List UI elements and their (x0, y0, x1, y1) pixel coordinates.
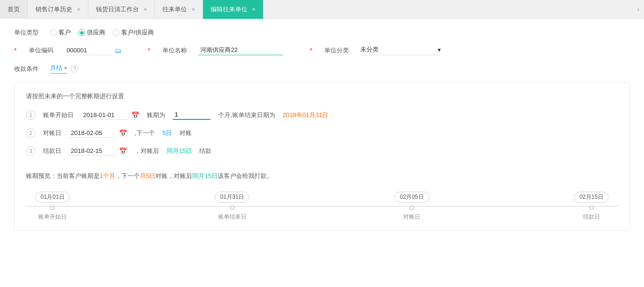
step-1-desc-prefix: 账期为 (147, 111, 165, 119)
tab-close-icon[interactable]: × (144, 6, 147, 13)
unit-code-wrap: 🗂 (65, 46, 121, 55)
tab-close-icon[interactable]: × (192, 6, 195, 13)
unit-code-input[interactable] (65, 46, 112, 55)
radio-customer-label: 客户 (59, 28, 71, 37)
unit-name-label: 单位名称 (162, 46, 187, 55)
settings-title: 请按照未来的一个完整帐期进行设置 (26, 92, 618, 101)
preview-prefix: 账期预览：当前客户账期是 (26, 172, 100, 179)
tl-dot-1 (230, 205, 235, 210)
preview-section: 账期预览：当前客户账期是1个月，下一个月5日对账，对账后同月15日该客户会给我打… (26, 164, 618, 221)
tab-close-icon[interactable]: × (77, 6, 80, 13)
unit-info-row: * 单位编码 🗂 * 单位名称 * 单位分类 未分类 ▾ (14, 45, 630, 55)
timeline-point-3: 02月15日 结款日 (574, 192, 609, 221)
radio-both-label: 客户/供应商 (121, 28, 154, 37)
payment-condition-label: 收款条件 (14, 65, 39, 73)
step-3-calendar-icon[interactable]: 📅 (119, 147, 127, 155)
unit-category-label: 单位分类 (324, 46, 349, 55)
step-num-2: 2 (26, 128, 35, 138)
tab-label: 首页 (8, 5, 20, 14)
tl-badge-3: 02月15日 (574, 192, 609, 203)
step-1-calendar-icon[interactable]: 📅 (131, 111, 139, 119)
tl-label-1: 账单结束日 (218, 213, 246, 221)
step-2-date-input[interactable] (69, 128, 116, 138)
period-input[interactable] (173, 110, 211, 120)
tab-label: 往来单位 (162, 5, 187, 14)
radio-customer[interactable]: 客户 (50, 28, 71, 37)
unit-name-input[interactable] (198, 46, 283, 55)
tab-sales-order-history[interactable]: 销售订单历史× (28, 0, 88, 19)
step-1-date-input[interactable] (81, 110, 128, 120)
step-3-desc-prefix: ，对账后 (135, 147, 159, 155)
step-1-date-wrap: 📅 (81, 110, 139, 120)
payment-condition-wrap: 月结 ▾ ? (50, 64, 78, 74)
tab-scroll-arrow[interactable]: › (633, 6, 644, 13)
unit-code-star: * (14, 47, 17, 54)
payment-condition-select[interactable]: 月结 ▾ (50, 64, 67, 74)
step-label-2: 对账日 (43, 129, 61, 137)
unit-category-value: 未分类 (360, 45, 436, 54)
step-label-1: 账单开始日 (43, 111, 74, 119)
timeline: 01月01日 账单开始日 01月31日 账单结束日 02月05日 对账日 02月… (26, 192, 618, 221)
radio-supplier-label: 供应商 (87, 28, 105, 37)
step-3-highlight: 同月15日 (167, 147, 192, 155)
payment-condition-value: 月结 (50, 64, 62, 72)
tab-cashflow-workbench[interactable]: 钱货日清工作台× (88, 0, 155, 19)
payment-condition-row: 收款条件 月结 ▾ ? (14, 64, 630, 74)
step-label-3: 结款日 (43, 147, 61, 155)
unit-category-arrow-icon: ▾ (438, 46, 441, 53)
tl-label-0: 账单开始日 (38, 213, 67, 221)
preview-middle2: 对账，对账后 (155, 172, 192, 179)
tab-home[interactable]: 首页 (0, 0, 28, 19)
step-num-3: 3 (26, 146, 35, 156)
settings-box: 请按照未来的一个完整帐期进行设置 1 账单开始日 📅 账期为 个月,账单结束日期… (14, 82, 630, 231)
unit-code-calendar-icon[interactable]: 🗂 (115, 47, 121, 54)
tab-label: 销售订单历史 (35, 5, 72, 14)
step-3-date-wrap: 📅 (69, 146, 127, 156)
radio-both[interactable]: 客户/供应商 (113, 28, 154, 37)
tl-badge-1: 01月31日 (215, 192, 249, 203)
preview-highlight2: 月5日 (140, 172, 155, 179)
unit-category-select[interactable]: 未分类 ▾ (360, 45, 441, 55)
radio-circle-both (113, 29, 119, 36)
main-content: 单位类型 客户 供应商 客户/供应商 * 单位编码 🗂 * 单位名称 (0, 19, 644, 287)
unit-name-wrap (198, 46, 283, 55)
radio-circle-supplier (78, 29, 85, 36)
unit-type-radio-group: 客户 供应商 客户/供应商 (50, 28, 154, 37)
timeline-point-0: 01月01日 账单开始日 (35, 192, 70, 221)
tl-label-2: 对账日 (403, 213, 420, 221)
tl-badge-0: 01月01日 (35, 192, 70, 203)
help-icon[interactable]: ? (71, 65, 78, 73)
unit-type-label: 单位类型 (14, 28, 39, 37)
preview-highlight1: 1个月 (100, 172, 115, 179)
unit-category-star: * (310, 47, 312, 54)
unit-code-label: 单位编码 (29, 46, 53, 55)
tab-bar: 首页销售订单历史×钱货日清工作台×往来单位×编辑往来单位×› (0, 0, 644, 19)
step-3-desc-suffix: 结款 (199, 147, 212, 155)
step-2-desc-prefix: ,下一个 (135, 129, 155, 137)
unit-type-row: 单位类型 客户 供应商 客户/供应商 (14, 28, 630, 37)
step-1-desc-suffix: 个月,账单结束日期为 (218, 111, 275, 119)
step-3-date-input[interactable] (69, 146, 116, 156)
tl-dot-3 (589, 205, 594, 210)
tab-close-icon[interactable]: × (252, 6, 255, 13)
unit-name-star: * (148, 47, 150, 54)
preview-text: 账期预览：当前客户账期是1个月，下一个月5日对账，对账后同月15日该客户会给我打… (26, 172, 618, 180)
step-row-2: 2 对账日 📅 ,下一个 5日 对账 (26, 128, 618, 138)
step-2-highlight: 5日 (162, 129, 172, 137)
timeline-point-1: 01月31日 账单结束日 (215, 192, 249, 221)
tl-badge-2: 02月05日 (395, 192, 429, 203)
tab-label: 编辑往来单位 (211, 5, 247, 14)
tab-partner-units[interactable]: 往来单位× (155, 0, 203, 19)
step-row-3: 3 结款日 📅 ，对账后 同月15日 结款 (26, 146, 618, 156)
radio-circle-customer (50, 29, 57, 36)
step-2-date-wrap: 📅 (69, 128, 127, 138)
timeline-points: 01月01日 账单开始日 01月31日 账单结束日 02月05日 对账日 02月… (35, 192, 609, 221)
step-2-calendar-icon[interactable]: 📅 (119, 129, 127, 137)
preview-middle1: ，下一个 (115, 172, 140, 179)
radio-supplier[interactable]: 供应商 (78, 28, 105, 37)
preview-suffix: 该客户会给我打款。 (218, 172, 273, 179)
tl-dot-2 (409, 205, 414, 210)
step-2-desc-suffix: 对账 (179, 129, 192, 137)
payment-condition-arrow-icon: ▾ (64, 65, 67, 71)
tab-edit-partner-unit[interactable]: 编辑往来单位× (203, 0, 263, 19)
